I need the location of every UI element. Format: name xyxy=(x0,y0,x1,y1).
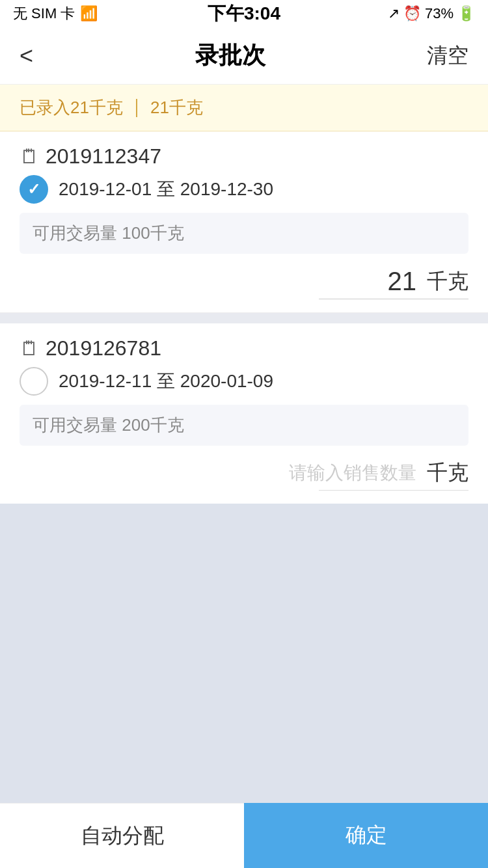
carrier-text: 无 SIM 卡 xyxy=(13,4,75,23)
batch-1-date-row: 2019-12-01 至 2019-12-30 xyxy=(20,175,468,204)
info-banner: 已录入21千克 21千克 xyxy=(0,85,488,131)
batch-2-input-placeholder[interactable]: 请输入销售数量 xyxy=(289,461,416,485)
auto-distribute-button[interactable]: 自动分配 xyxy=(0,803,244,868)
batch-1-header: 🗒 2019112347 xyxy=(20,144,468,169)
batch-card-1: 🗒 2019112347 2019-12-01 至 2019-12-30 可用交… xyxy=(0,131,488,254)
info-divider xyxy=(136,99,137,117)
batch-1-availability-text: 可用交易量 100千克 xyxy=(33,223,184,243)
batch-2-date: 2019-12-11 至 2020-01-09 xyxy=(59,369,273,394)
batch-2-date-row: 2019-12-11 至 2020-01-09 xyxy=(20,367,468,396)
batch-1-quantity-value[interactable]: 21 xyxy=(388,267,417,296)
wifi-icon: 📶 xyxy=(80,5,98,22)
batch-1-date: 2019-12-01 至 2019-12-30 xyxy=(59,177,273,202)
location-icon: ↗ xyxy=(388,5,400,22)
status-right: ↗ ⏰ 73% 🔋 xyxy=(388,5,475,22)
batch-2-availability: 可用交易量 200千克 xyxy=(20,405,468,446)
status-time: 下午3:04 xyxy=(208,1,280,26)
batch-2-header: 🗒 2019126781 xyxy=(20,336,468,360)
status-bar: 无 SIM 卡 📶 下午3:04 ↗ ⏰ 73% 🔋 xyxy=(0,0,488,27)
batch-2-id: 2019126781 xyxy=(46,336,161,360)
page-title: 录批次 xyxy=(195,40,265,72)
batch-card-2: 🗒 2019126781 2019-12-11 至 2020-01-09 可用交… xyxy=(0,323,488,446)
battery-icon: 🔋 xyxy=(457,5,475,22)
batch-2-input-wrapper: 请输入销售数量 千克 xyxy=(289,459,468,491)
section-divider xyxy=(0,313,488,323)
batch-1-unit: 千克 xyxy=(427,267,468,296)
batch-1-quantity-wrapper: 21 千克 xyxy=(319,267,468,299)
batch-1-underline xyxy=(319,299,468,299)
batch-1-id: 2019112347 xyxy=(46,144,161,169)
batch-2-input-underline xyxy=(319,490,468,491)
batch-2-unit: 千克 xyxy=(427,459,468,487)
bottom-bar: 自动分配 确定 xyxy=(0,803,488,868)
batch-2-radio[interactable] xyxy=(20,367,48,396)
back-button[interactable]: < xyxy=(20,42,33,70)
status-left: 无 SIM 卡 📶 xyxy=(13,4,98,23)
batch-1-quantity-line: 21 千克 xyxy=(388,267,469,296)
nav-bar: < 录批次 清空 xyxy=(0,27,488,85)
clear-button[interactable]: 清空 xyxy=(427,42,468,70)
alarm-icon: ⏰ xyxy=(403,5,421,22)
batch-1-icon: 🗒 xyxy=(20,146,39,168)
info-label: 已录入21千克 xyxy=(20,96,123,119)
batch-2-availability-text: 可用交易量 200千克 xyxy=(33,415,184,435)
batch-2-input-line: 请输入销售数量 千克 xyxy=(289,459,468,487)
batch-1-quantity-row: 21 千克 xyxy=(0,254,488,313)
batch-2-icon: 🗒 xyxy=(20,338,39,360)
batch-1-radio[interactable] xyxy=(20,175,48,204)
batch-2-input-section: 请输入销售数量 千克 xyxy=(0,446,488,504)
content-area: 🗒 2019112347 2019-12-01 至 2019-12-30 可用交… xyxy=(0,131,488,868)
info-value: 21千克 xyxy=(150,96,203,119)
battery-text: 73% xyxy=(425,5,454,22)
confirm-button[interactable]: 确定 xyxy=(244,803,488,868)
batch-1-availability: 可用交易量 100千克 xyxy=(20,213,468,254)
